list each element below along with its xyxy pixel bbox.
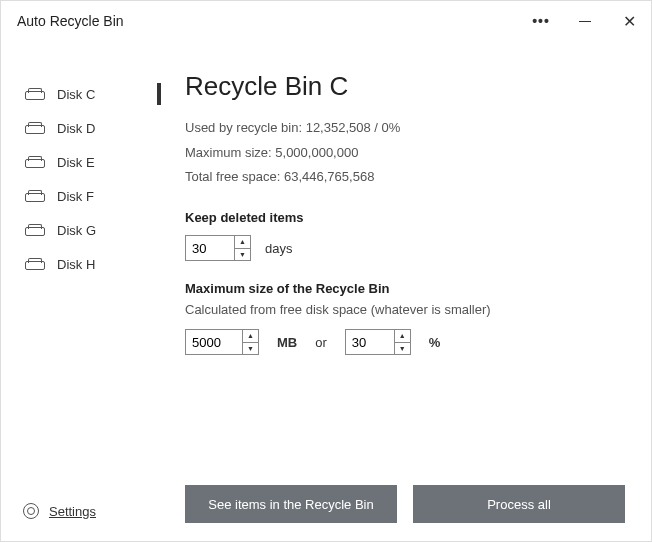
page-title: Recycle Bin C: [185, 71, 625, 102]
chevron-up-icon[interactable]: ▲: [243, 330, 258, 343]
sidebar-item-label: Disk F: [57, 189, 94, 204]
keep-days-row: ▲ ▼ days: [185, 235, 625, 261]
max-size-note: Calculated from free disk space (whateve…: [185, 302, 625, 317]
spinner-arrows: ▲ ▼: [394, 330, 410, 354]
chevron-down-icon[interactable]: ▼: [243, 343, 258, 355]
max-percent-spinner[interactable]: ▲ ▼: [345, 329, 411, 355]
chevron-up-icon[interactable]: ▲: [235, 236, 250, 249]
spinner-arrows: ▲ ▼: [234, 236, 250, 260]
keep-days-input[interactable]: [186, 236, 234, 260]
used-by-line: Used by recycle bin: 12,352,508 / 0%: [185, 116, 625, 141]
keep-items-header: Keep deleted items: [185, 210, 625, 225]
disk-icon: [25, 224, 45, 236]
process-all-button[interactable]: Process all: [413, 485, 625, 523]
maximum-size-line: Maximum size: 5,000,000,000: [185, 141, 625, 166]
close-button[interactable]: ✕: [619, 11, 639, 31]
sidebar-item-disk-e[interactable]: Disk E: [19, 145, 161, 179]
days-label: days: [265, 241, 292, 256]
disk-icon: [25, 88, 45, 100]
sidebar-item-label: Disk E: [57, 155, 95, 170]
sidebar-item-label: Disk D: [57, 121, 95, 136]
disk-icon: [25, 258, 45, 270]
chevron-down-icon[interactable]: ▼: [395, 343, 410, 355]
sidebar-item-label: Disk C: [57, 87, 95, 102]
action-buttons: See items in the Recycle Bin Process all: [185, 485, 625, 523]
max-percent-input[interactable]: [346, 330, 394, 354]
sidebar-item-disk-f[interactable]: Disk F: [19, 179, 161, 213]
content: Disk C Disk D Disk E Disk F Disk G Disk …: [1, 41, 651, 542]
keep-days-spinner[interactable]: ▲ ▼: [185, 235, 251, 261]
chevron-up-icon[interactable]: ▲: [395, 330, 410, 343]
max-size-header: Maximum size of the Recycle Bin: [185, 281, 625, 296]
mb-label: MB: [277, 335, 297, 350]
more-icon[interactable]: •••: [531, 11, 551, 31]
sidebar-item-label: Disk H: [57, 257, 95, 272]
window-controls: ••• ✕: [531, 11, 639, 31]
or-label: or: [315, 335, 327, 350]
window-title: Auto Recycle Bin: [17, 13, 531, 29]
max-size-row: ▲ ▼ MB or ▲ ▼ %: [185, 329, 625, 355]
free-space-line: Total free space: 63,446,765,568: [185, 165, 625, 190]
disk-icon: [25, 122, 45, 134]
max-mb-spinner[interactable]: ▲ ▼: [185, 329, 259, 355]
max-mb-input[interactable]: [186, 330, 242, 354]
sidebar-footer: Settings: [19, 503, 161, 525]
disk-icon: [25, 190, 45, 202]
title-bar: Auto Recycle Bin ••• ✕: [1, 1, 651, 41]
disk-icon: [25, 156, 45, 168]
sidebar: Disk C Disk D Disk E Disk F Disk G Disk …: [1, 41, 161, 542]
gear-icon: [23, 503, 39, 519]
sidebar-item-disk-d[interactable]: Disk D: [19, 111, 161, 145]
minimize-icon: [579, 21, 591, 22]
sidebar-item-disk-g[interactable]: Disk G: [19, 213, 161, 247]
sidebar-item-disk-c[interactable]: Disk C: [19, 77, 161, 111]
see-items-button[interactable]: See items in the Recycle Bin: [185, 485, 397, 523]
chevron-down-icon[interactable]: ▼: [235, 249, 250, 261]
percent-label: %: [429, 335, 441, 350]
main-panel: Recycle Bin C Used by recycle bin: 12,35…: [161, 41, 651, 542]
minimize-button[interactable]: [575, 11, 595, 31]
sidebar-item-disk-h[interactable]: Disk H: [19, 247, 161, 281]
spinner-arrows: ▲ ▼: [242, 330, 258, 354]
sidebar-item-label: Disk G: [57, 223, 96, 238]
settings-link[interactable]: Settings: [49, 504, 96, 519]
